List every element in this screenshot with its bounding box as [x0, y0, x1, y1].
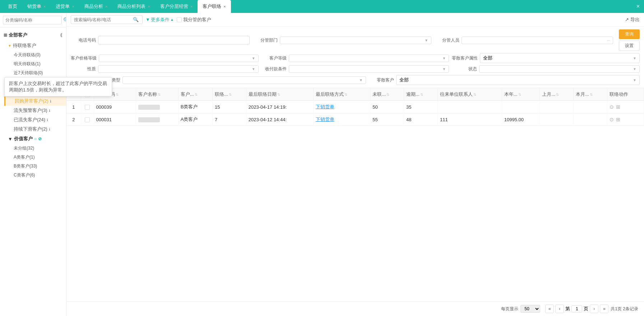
- customer-level-select[interactable]: ▼: [289, 55, 449, 62]
- search-input[interactable]: [74, 17, 131, 22]
- td-type-1: B类客户: [178, 101, 212, 113]
- grid-action-icon-1[interactable]: ⊞: [616, 104, 620, 110]
- info-icon-2[interactable]: ℹ: [49, 109, 50, 113]
- more-filters-button[interactable]: ▼ 更多条件 ▲: [145, 16, 174, 23]
- link-action-icon-1[interactable]: ⊙: [610, 104, 614, 110]
- sort-icon-this-month: ⇅: [590, 93, 593, 96]
- info-icon[interactable]: ℹ: [50, 99, 51, 103]
- td-year-2: 10995.00: [502, 113, 539, 126]
- nav-close-product-analysis[interactable]: ×: [105, 4, 107, 9]
- sidebar-item-churned[interactable]: 已流失客户(24) ℹ: [4, 115, 66, 124]
- sidebar-search-input[interactable]: [3, 16, 62, 24]
- sort-icon-contact: ⇅: [229, 93, 232, 96]
- nav-purchase-order[interactable]: 进货单 ×: [51, 0, 79, 13]
- sidebar-item-class-c[interactable]: C类客户(6): [4, 171, 66, 180]
- settings-icon[interactable]: ⊘: [38, 136, 42, 141]
- payment-select[interactable]: ▼: [289, 65, 449, 73]
- link-action-icon-2[interactable]: ⊙: [610, 117, 614, 122]
- info-icon-3[interactable]: ℹ: [47, 118, 48, 122]
- action-icons-1: ⊙ ⊞: [610, 104, 641, 110]
- sidebar-item-class-b[interactable]: B类客户(33): [4, 162, 66, 171]
- my-customers-checkbox[interactable]: 我分管的客户: [177, 16, 211, 23]
- price-level-select[interactable]: ▼: [99, 55, 259, 62]
- th-action: 联络动作: [607, 88, 644, 101]
- sidebar-group-pending-title[interactable]: ▼ 待联络客户: [4, 41, 66, 51]
- sidebar-item-today-pending[interactable]: 今天待联络(0): [4, 51, 66, 60]
- first-page-button[interactable]: «: [545, 305, 554, 313]
- filter-row-4: ··· 客户类型 ▼ 零散客户 全部 ▼: [71, 75, 640, 85]
- status-select[interactable]: ▼: [479, 65, 640, 73]
- next-page-button[interactable]: ›: [590, 305, 598, 313]
- th-uncontacted: 未联...⇅: [370, 88, 404, 101]
- edit-icon[interactable]: ○: [34, 136, 37, 141]
- top-navigation: 首页 销货单 × 进货单 × 商品分析 × 商品分析列表 × 客户分层经营 × …: [0, 0, 644, 13]
- sidebar-item-class-a[interactable]: A类客户(1): [4, 153, 66, 162]
- nav-customer-contact[interactable]: 客户联络 ×: [198, 0, 231, 13]
- td-last-method-1[interactable]: 下销货单: [313, 101, 370, 113]
- customer-type-select[interactable]: ▼: [122, 76, 366, 84]
- th-overdue: 逾期...⇅: [404, 88, 438, 101]
- td-this-month-1: [574, 101, 607, 113]
- grid-action-icon-2[interactable]: ⊞: [616, 117, 620, 122]
- collapse-icon[interactable]: ⟪: [60, 33, 62, 38]
- sidebar-item-churn-warning[interactable]: 流失预警客户(3) ℹ: [4, 106, 66, 115]
- td-action-1: ⊙ ⊞: [607, 101, 644, 113]
- filter-cell-price-level: 客户价格等级 ▼: [71, 55, 259, 62]
- nature-select[interactable]: ▼: [98, 65, 259, 73]
- nav-product-analysis[interactable]: 商品分析 ×: [79, 0, 112, 13]
- current-page-input[interactable]: [571, 305, 582, 312]
- phone-label: 电话号码: [71, 37, 96, 43]
- phone-input[interactable]: [98, 36, 250, 44]
- sidebar-item-tomorrow-pending[interactable]: 明天待联络(1): [4, 60, 66, 69]
- setting-button[interactable]: 设置: [619, 41, 640, 51]
- th-this-year: 本年...⇅: [502, 88, 539, 101]
- per-page-select[interactable]: 50 100 200: [520, 305, 540, 313]
- prev-page-button[interactable]: ‹: [555, 305, 564, 313]
- nav-close-customer-tier[interactable]: ×: [190, 4, 193, 9]
- retail-attr-select[interactable]: 全部 ▼: [480, 53, 640, 63]
- td-contact-count-2: 7: [212, 113, 246, 126]
- page-navigation: « ‹ 第 页 › »: [545, 305, 608, 313]
- sidebar-search-icon[interactable]: 🔍: [63, 17, 66, 23]
- sidebar-item-7days-pending[interactable]: 近7天待联络(0): [4, 69, 66, 77]
- sidebar-item-repurchase-anomaly[interactable]: 回购异常客户(2) ℹ: [4, 96, 66, 106]
- last-page-button[interactable]: »: [600, 305, 608, 313]
- nav-close-sales-order[interactable]: ×: [43, 4, 46, 9]
- filter-panel: 电话号码 分管部门 ▼ 分管人员 ···: [66, 27, 644, 88]
- td-last-method-2[interactable]: 下销货单: [313, 113, 370, 126]
- sort-icon-year: ⇅: [518, 93, 521, 96]
- main-layout: 🔍 ⊞ 全部客户 ⟪ ▼ 待联络客户 今天待联络(0) 明天待联络(1) 近7天…: [0, 13, 644, 316]
- filter-cell-retail-customer: 零散客户 全部 ▼: [369, 75, 640, 85]
- nav-sales-order[interactable]: 销货单 ×: [22, 0, 51, 13]
- td-overdue-1: 35: [404, 101, 438, 113]
- retail-customer-select[interactable]: 全部 ▼: [396, 75, 640, 85]
- nav-customer-tier[interactable]: 客户分层经营 ×: [155, 0, 198, 13]
- nav-close-customer-contact[interactable]: ×: [223, 4, 226, 9]
- sort-icon-uncontacted: ⇅: [386, 93, 389, 96]
- sort-icon-date: ⇅: [277, 93, 280, 96]
- td-last-date-1: 2023-04-17 14:19:: [246, 101, 313, 113]
- nav-close-purchase-order[interactable]: ×: [72, 4, 74, 9]
- person-select[interactable]: ···: [462, 37, 613, 44]
- td-num-2: 2: [66, 113, 81, 126]
- filter-cell-customer-type: 客户类型 ▼: [95, 76, 366, 84]
- close-all-tabs-button[interactable]: ×: [636, 3, 640, 10]
- td-uncontacted-2: 55: [370, 113, 404, 126]
- table-row: 2 000031 A类客户 7 2023-04-12 14:44: 下销货单 5…: [66, 113, 644, 126]
- sidebar-item-declining[interactable]: 持续下滑客户(2) ℹ: [4, 124, 66, 134]
- sidebar-item-unclassified[interactable]: 未分组(32): [4, 144, 66, 153]
- checkbox-icon[interactable]: [177, 17, 182, 22]
- th-type: 客户...⇅: [178, 88, 212, 101]
- pagination-bar: 每页显示 50 100 200 « ‹ 第 页 › » 共1页 2条记录: [66, 301, 644, 316]
- row-checkbox-2[interactable]: [85, 117, 90, 122]
- row-checkbox-1[interactable]: [85, 105, 90, 110]
- export-button[interactable]: ↗ 导出: [625, 16, 640, 23]
- dept-select[interactable]: ▼: [280, 37, 431, 44]
- info-icon-4[interactable]: ℹ: [49, 127, 50, 131]
- nav-home[interactable]: 首页: [3, 0, 22, 13]
- nav-product-analysis-list[interactable]: 商品分析列表 ×: [112, 0, 155, 13]
- nav-close-product-analysis-list[interactable]: ×: [148, 4, 150, 9]
- sidebar-root-all-customers[interactable]: ⊞ 全部客户 ⟪: [0, 30, 66, 41]
- query-button[interactable]: 查询: [619, 29, 640, 39]
- sort-icon-name: ⇅: [158, 93, 161, 96]
